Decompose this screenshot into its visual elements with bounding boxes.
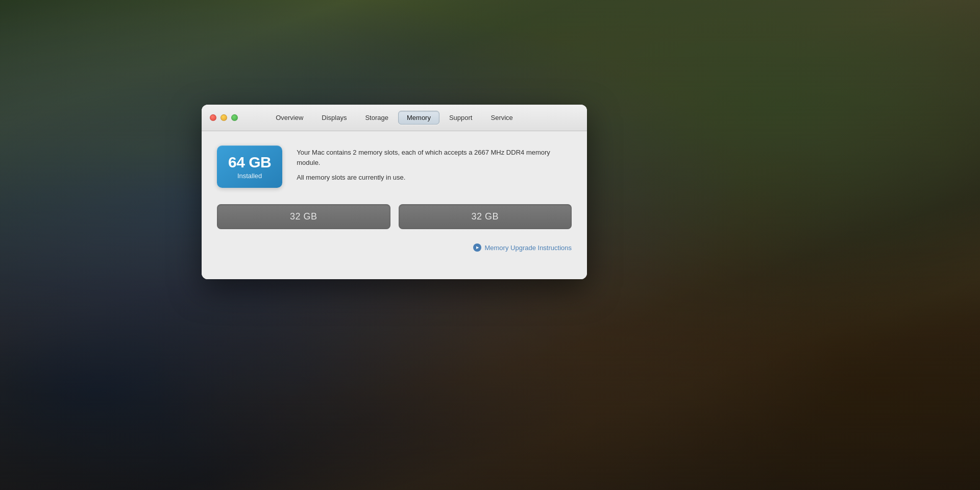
titlebar: Overview Displays Storage Memory Support… (202, 105, 587, 131)
memory-desc-line2: All memory slots are currently in use. (297, 173, 572, 183)
memory-slot-1-label: 32 GB (290, 211, 317, 222)
memory-description: Your Mac contains 2 memory slots, each o… (297, 145, 572, 183)
tab-storage[interactable]: Storage (356, 111, 397, 125)
memory-desc-line1: Your Mac contains 2 memory slots, each o… (297, 148, 572, 167)
memory-installed-label: Installed (228, 172, 271, 180)
memory-slot-2: 32 GB (399, 204, 572, 229)
memory-badge: 64 GB Installed (217, 145, 282, 188)
close-button[interactable] (210, 114, 216, 121)
traffic-lights (210, 114, 238, 121)
tab-service[interactable]: Service (482, 111, 522, 125)
upgrade-link-text: Memory Upgrade Instructions (484, 244, 572, 252)
memory-slots: 32 GB 32 GB (217, 204, 572, 229)
tab-memory[interactable]: Memory (398, 111, 439, 125)
tab-displays[interactable]: Displays (313, 111, 355, 125)
tab-support[interactable]: Support (440, 111, 481, 125)
about-this-mac-window: Overview Displays Storage Memory Support… (202, 105, 587, 279)
memory-slot-1: 32 GB (217, 204, 390, 229)
upgrade-icon (473, 243, 481, 252)
tab-overview[interactable]: Overview (267, 111, 312, 125)
memory-size: 64 GB (228, 154, 271, 170)
upgrade-link[interactable]: Memory Upgrade Instructions (473, 243, 572, 252)
maximize-button[interactable] (231, 114, 238, 121)
tabs-container: Overview Displays Storage Memory Support… (210, 111, 579, 125)
window-wrapper: Overview Displays Storage Memory Support… (202, 105, 587, 279)
memory-header: 64 GB Installed Your Mac contains 2 memo… (217, 145, 572, 188)
minimize-button[interactable] (220, 114, 227, 121)
memory-slot-2-label: 32 GB (471, 211, 499, 222)
memory-content: 64 GB Installed Your Mac contains 2 memo… (202, 131, 587, 279)
memory-footer: Memory Upgrade Instructions (217, 239, 572, 252)
